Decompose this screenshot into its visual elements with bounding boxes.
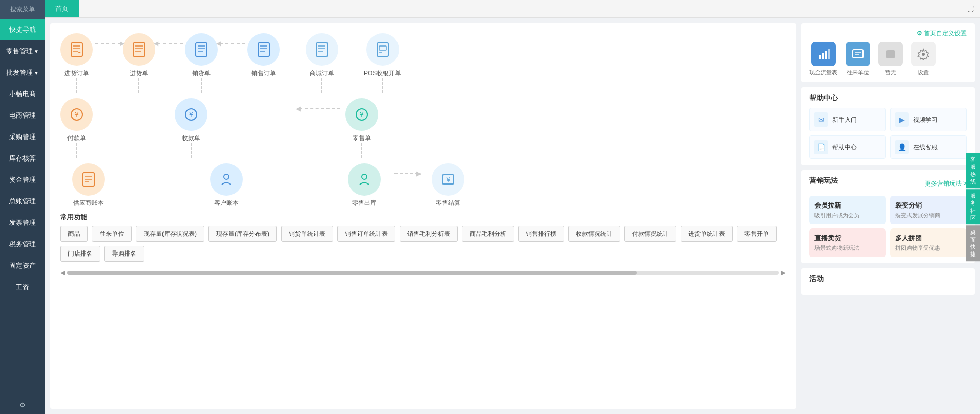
sidebar-item-ecommerce-mgmt[interactable]: 电商管理 bbox=[0, 105, 45, 126]
help-item-help[interactable]: 📄 帮助中心 bbox=[809, 135, 886, 159]
sidebar-item-general-ledger[interactable]: 总账管理 bbox=[0, 191, 45, 212]
sidebar-item-payroll[interactable]: 工资 bbox=[0, 277, 45, 298]
cf-btn-payment-stats[interactable]: 付款情况统计 bbox=[624, 226, 676, 242]
node-retail-outbound[interactable]: 零售出库 bbox=[336, 163, 392, 208]
cf-btn-goods[interactable]: 商品 bbox=[60, 226, 88, 242]
support-icon: 👤 bbox=[895, 140, 909, 154]
svg-rect-16 bbox=[316, 43, 328, 56]
partner-icon-box bbox=[846, 42, 870, 66]
scroll-bar: ◀ ▶ bbox=[60, 267, 786, 279]
receipt-label: 收款单 bbox=[182, 134, 200, 143]
purchase-order-label: 进货订单 bbox=[64, 69, 89, 78]
scroll-track[interactable] bbox=[67, 271, 779, 275]
marketing-item-fission[interactable]: 裂变分销 裂变式发展分销商 bbox=[890, 196, 967, 224]
cf-btn-purchase-stats[interactable]: 进货单统计表 bbox=[681, 226, 733, 242]
sidebar-item-ecommerce-small[interactable]: 小畅电商 bbox=[0, 83, 45, 105]
sidebar-settings-icon[interactable]: ⚙ bbox=[0, 396, 45, 414]
node-customer-account[interactable]: 客户账本 bbox=[198, 163, 254, 208]
cf-btn-guide-rank[interactable]: 导购排名 bbox=[104, 246, 144, 262]
help-center: 帮助中心 ✉ 新手入门 ▶ 视频学习 📄 帮助中心 👤 bbox=[801, 87, 975, 165]
quick-nav-partner[interactable]: 往来单位 bbox=[846, 42, 870, 76]
node-mall-order[interactable]: 商城订单 bbox=[306, 33, 338, 93]
member-desc: 吸引用户成为会员 bbox=[814, 212, 881, 219]
scroll-thumb[interactable] bbox=[67, 271, 637, 275]
marketing-item-group[interactable]: 多人拼团 拼团购物享受优惠 bbox=[890, 228, 967, 257]
video-icon: ▶ bbox=[895, 112, 909, 127]
common-functions: 常用功能 商品 往来单位 现存量(库存状况表) 现存量(库存分布表) 销货单统计… bbox=[60, 213, 786, 262]
help-doc-icon: 📄 bbox=[814, 140, 828, 154]
beginner-icon: ✉ bbox=[814, 112, 828, 127]
node-retail-settlement[interactable]: ¥ 零售结算 bbox=[420, 163, 476, 208]
cf-btn-sales-stats[interactable]: 销货单统计表 bbox=[281, 226, 333, 242]
sidebar-item-tax[interactable]: 税务管理 bbox=[0, 234, 45, 255]
sidebar-search[interactable]: 搜索菜单 bbox=[0, 0, 45, 19]
marketing-grid: 会员拉新 吸引用户成为会员 裂变分销 裂变式发展分销商 直播卖货 场景式购物新玩… bbox=[809, 196, 967, 257]
cf-btn-receipt-stats[interactable]: 收款情况统计 bbox=[568, 226, 620, 242]
node-receipt[interactable]: ¥ 收款单 bbox=[175, 98, 207, 158]
cf-btn-goods-profit[interactable]: 商品毛利分析 bbox=[462, 226, 514, 242]
group-title: 多人拼团 bbox=[895, 234, 962, 243]
node-purchase-bill[interactable]: 进货单 bbox=[123, 33, 155, 93]
sidebar-item-purchase[interactable]: 采购管理 bbox=[0, 126, 45, 148]
sidebar-item-invoice[interactable]: 发票管理 bbox=[0, 212, 45, 234]
purchase-order-icon bbox=[60, 33, 93, 66]
node-retail-bill[interactable]: ¥ 零售单 bbox=[345, 98, 378, 158]
marketing-item-live[interactable]: 直播卖货 场景式购物新玩法 bbox=[809, 228, 886, 257]
expand-icon[interactable]: ⛶ bbox=[961, 1, 980, 17]
scroll-right-arrow[interactable]: ▶ bbox=[781, 269, 786, 277]
scroll-left-arrow[interactable]: ◀ bbox=[60, 269, 65, 277]
quick-nav-none[interactable]: 暂无 bbox=[878, 42, 903, 76]
cf-btn-stock-status[interactable]: 现存量(库存状况表) bbox=[136, 226, 204, 242]
cf-btn-stock-dist[interactable]: 现存量(库存分布表) bbox=[208, 226, 277, 242]
none-label: 暂无 bbox=[885, 68, 896, 76]
marketing-item-member[interactable]: 会员拉新 吸引用户成为会员 bbox=[809, 196, 886, 224]
sales-bill-icon bbox=[185, 33, 218, 66]
quick-nav-settings[interactable]: 设置 bbox=[911, 42, 936, 76]
svg-rect-38 bbox=[822, 53, 824, 59]
node-supplier-account[interactable]: 供应商账本 bbox=[60, 163, 116, 208]
main-content: 首页 ⛶ 进货订单 bbox=[45, 0, 980, 414]
homepage-settings-link[interactable]: ⚙ 首页自定义设置 bbox=[809, 29, 967, 38]
sidebar-item-quick-nav[interactable]: 快捷导航 bbox=[0, 19, 45, 40]
retail-outbound-label: 零售出库 bbox=[352, 199, 377, 208]
sidebar-item-finance[interactable]: 资金管理 bbox=[0, 169, 45, 191]
cf-btn-sales-rank[interactable]: 销售排行榜 bbox=[518, 226, 564, 242]
float-btn-community[interactable]: 服务社区 bbox=[966, 189, 980, 224]
cf-btn-sales-profit[interactable]: 销售毛利分析表 bbox=[400, 226, 458, 242]
right-panel: ⚙ 首页自定义设置 现金流量表 往来单位 bbox=[801, 23, 975, 409]
cf-btn-store-rank[interactable]: 门店排名 bbox=[60, 246, 100, 262]
purchase-bill-label: 进货单 bbox=[130, 69, 148, 78]
sidebar-item-wholesale[interactable]: 批发管理 ▼ bbox=[0, 62, 45, 83]
float-btn-hotline[interactable]: 客服热线 bbox=[966, 153, 980, 188]
node-payment[interactable]: ¥ 付款单 bbox=[60, 98, 93, 158]
marketing-more-link[interactable]: 更多营销玩法 > bbox=[925, 179, 967, 188]
help-item-beginner[interactable]: ✉ 新手入门 bbox=[809, 108, 886, 131]
marketing-section: 营销玩法 更多营销玩法 > 会员拉新 吸引用户成为会员 裂变分销 裂变式发展分销… bbox=[801, 170, 975, 263]
svg-point-45 bbox=[922, 53, 925, 56]
float-buttons: 客服热线 服务社区 桌面快捷 bbox=[966, 153, 980, 261]
down-connector-1 bbox=[76, 78, 77, 93]
content-area: 进货订单 ▶ 进货单 bbox=[45, 18, 980, 414]
svg-rect-0 bbox=[71, 43, 82, 56]
customer-account-label: 客户账本 bbox=[214, 199, 239, 208]
tab-home[interactable]: 首页 bbox=[45, 0, 79, 17]
retail-settlement-label: 零售结算 bbox=[436, 199, 460, 208]
chevron-down-icon: ▼ bbox=[34, 70, 39, 76]
sidebar-item-retail[interactable]: 零售管理 ▼ bbox=[0, 40, 45, 62]
node-purchase-order[interactable]: 进货订单 bbox=[60, 33, 93, 93]
svg-rect-39 bbox=[825, 51, 827, 59]
node-pos[interactable]: POS收银开单 bbox=[364, 33, 401, 93]
quick-nav-cashflow[interactable]: 现金流量表 bbox=[809, 42, 837, 76]
help-item-video[interactable]: ▶ 视频学习 bbox=[890, 108, 967, 131]
sidebar-item-inventory[interactable]: 库存核算 bbox=[0, 148, 45, 169]
node-sales-order[interactable]: 销售订单 bbox=[247, 33, 280, 78]
node-sales-bill[interactable]: 销货单 bbox=[185, 33, 218, 93]
cf-btn-sales-order-stats[interactable]: 销售订单统计表 bbox=[337, 226, 395, 242]
cf-btn-retail-order[interactable]: 零售开单 bbox=[737, 226, 777, 242]
help-item-support[interactable]: 👤 在线客服 bbox=[890, 135, 967, 159]
cf-btn-partner[interactable]: 往来单位 bbox=[92, 226, 132, 242]
activity-section: 活动 bbox=[801, 268, 975, 295]
float-btn-desktop[interactable]: 桌面快捷 bbox=[966, 226, 980, 261]
sidebar-item-fixed-assets[interactable]: 固定资产 bbox=[0, 255, 45, 277]
fission-desc: 裂变式发展分销商 bbox=[895, 212, 962, 219]
